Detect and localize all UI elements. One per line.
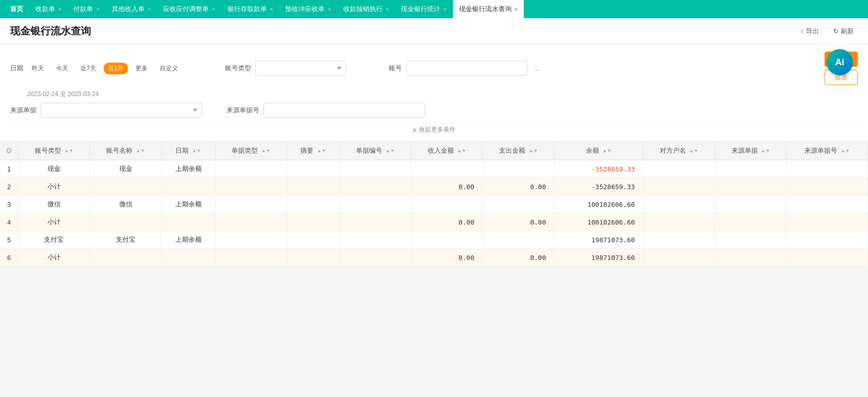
close-icon-payment[interactable]: ×: [96, 6, 99, 12]
account-type-label: 账号类型: [225, 64, 251, 73]
page-title: 现金银行流水查询: [10, 24, 91, 38]
source-doc-select[interactable]: [40, 103, 202, 118]
th-doc-type-label: 单据类型: [232, 147, 258, 154]
sort-arrows-doc-no[interactable]: ▲▼: [386, 149, 395, 153]
nav-item-receipt[interactable]: 收款单 ×: [29, 0, 67, 18]
cell-account-name: [90, 249, 162, 267]
nav-item-ar-ap-adjust[interactable]: 应收应付调整单 ×: [157, 0, 221, 18]
date-btn-yesterday[interactable]: 昨天: [27, 63, 49, 74]
date-btn-today[interactable]: 今天: [52, 63, 73, 74]
cell-income: 0.00: [411, 213, 483, 231]
collapse-bar[interactable]: ∧ 收起更多条件: [10, 123, 858, 136]
nav-item-payment[interactable]: 付款单 ×: [67, 0, 105, 18]
th-income-label: 收入金额: [428, 147, 454, 154]
sort-arrows-expense[interactable]: ▲▼: [529, 149, 538, 153]
source-doc-no-label: 来源单据号: [226, 106, 259, 115]
sort-arrows-source-doc-no[interactable]: ▲▼: [841, 149, 850, 153]
sort-arrows-summary[interactable]: ▲▼: [317, 149, 326, 153]
cell-balance: 19871073.60: [554, 231, 643, 249]
close-icon-cash-flow[interactable]: ×: [515, 6, 518, 12]
date-shortcuts: 昨天 今天 近7天 近1月 更多 自定义: [27, 63, 182, 74]
th-source-doc: 来源单据 ▲▼: [715, 142, 787, 160]
cell-source-doc: [715, 213, 787, 231]
date-btn-custom[interactable]: 自定义: [155, 63, 182, 74]
sort-arrows-source-doc[interactable]: ▲▼: [761, 149, 770, 153]
th-source-doc-no-label: 来源单据号: [804, 147, 837, 154]
cell-balance: -3528659.33: [554, 160, 643, 178]
cell-income: [411, 196, 483, 213]
cell-date: 上期余额: [161, 231, 215, 249]
account-type-filter-group: 账号类型: [225, 61, 346, 76]
cell-counterparty: [643, 231, 715, 249]
nav-item-other-income[interactable]: 其他收入单 ×: [106, 0, 157, 18]
source-doc-no-input[interactable]: [263, 103, 425, 118]
nav-item-cash-flow[interactable]: 现金银行流水查询 ×: [453, 0, 524, 18]
close-icon-receipt[interactable]: ×: [58, 6, 61, 12]
nav-item-cash-stat[interactable]: 现金银行统计 ×: [395, 0, 452, 18]
nav-label-advance-offset: 预收冲应收单: [285, 5, 325, 14]
date-btn-7days[interactable]: 近7天: [76, 63, 101, 74]
gear-icon[interactable]: ⚙: [6, 146, 12, 155]
sort-arrows-account-type[interactable]: ▲▼: [64, 149, 73, 153]
nav-item-writeoff[interactable]: 收款核销执行 ×: [337, 0, 395, 18]
th-source-doc-label: 来源单据: [732, 147, 758, 154]
cell-summary: [287, 231, 339, 249]
cell-doc-type: [215, 231, 287, 249]
nav-item-home[interactable]: 首页: [4, 0, 29, 18]
close-icon-writeoff[interactable]: ×: [386, 6, 389, 12]
export-button[interactable]: ↑ 导出: [797, 25, 824, 38]
th-summary: 摘要 ▲▼: [287, 142, 339, 160]
cell-index: 2: [0, 178, 18, 196]
date-filter-group: 日期 昨天 今天 近7天 近1月 更多 自定义: [10, 63, 182, 74]
filter-row-2: 来源单据 来源单据号: [10, 103, 858, 118]
cell-source-doc-no: [787, 196, 868, 213]
refresh-button[interactable]: ↻ 刷新: [829, 25, 858, 38]
source-doc-label: 来源单据: [10, 106, 36, 115]
table-settings-header[interactable]: ⚙: [0, 142, 18, 160]
export-label: 导出: [806, 27, 819, 36]
cell-doc-no: [339, 178, 411, 196]
cell-date: [161, 213, 215, 231]
cell-account-type: 微信: [18, 196, 90, 213]
cell-balance: 19871073.60: [554, 249, 643, 267]
nav-item-bank-deposit[interactable]: 银行存取款单 ×: [221, 0, 279, 18]
account-input[interactable]: [406, 61, 527, 76]
nav-label-other-income: 其他收入单: [112, 5, 145, 14]
sort-arrows-doc-type[interactable]: ▲▼: [261, 149, 270, 153]
close-icon-ar-ap-adjust[interactable]: ×: [212, 6, 215, 12]
sort-arrows-account-name[interactable]: ▲▼: [136, 149, 145, 153]
table-row: 2小计0.000.00-3528659.33: [0, 178, 868, 196]
th-income: 收入金额 ▲▼: [411, 142, 483, 160]
sort-arrows-income[interactable]: ▲▼: [457, 149, 466, 153]
cell-source-doc: [715, 196, 787, 213]
cell-doc-no: [339, 160, 411, 178]
cell-expense: [483, 160, 555, 178]
cell-doc-no: [339, 213, 411, 231]
sort-arrows-date[interactable]: ▲▼: [192, 149, 201, 153]
date-btn-1month[interactable]: 近1月: [104, 63, 128, 74]
nav-label-payment: 付款单: [73, 5, 93, 14]
date-btn-more[interactable]: 更多: [131, 63, 152, 74]
ai-assistant-button[interactable]: Ai: [827, 49, 853, 75]
account-dots[interactable]: ...: [531, 64, 542, 73]
close-icon-cash-stat[interactable]: ×: [443, 6, 446, 12]
sort-arrows-balance[interactable]: ▲▼: [603, 149, 612, 153]
th-date: 日期 ▲▼: [161, 142, 215, 160]
cell-doc-no: [339, 231, 411, 249]
cell-balance: 100102606.60: [554, 213, 643, 231]
cell-date: 上期余额: [161, 160, 215, 178]
cell-source-doc-no: [787, 160, 868, 178]
account-type-select[interactable]: [255, 61, 346, 76]
close-icon-bank-deposit[interactable]: ×: [270, 6, 273, 12]
nav-item-advance-offset[interactable]: 预收冲应收单 ×: [279, 0, 337, 18]
close-icon-advance-offset[interactable]: ×: [328, 6, 331, 12]
th-account-name: 账号名称 ▲▼: [90, 142, 162, 160]
sort-arrows-counterparty[interactable]: ▲▼: [690, 149, 699, 153]
cell-income: [411, 231, 483, 249]
close-icon-other-income[interactable]: ×: [148, 6, 151, 12]
th-expense-label: 支出金额: [499, 147, 525, 154]
cell-expense: 0.00: [483, 249, 555, 267]
cell-account-type: 小计: [18, 213, 90, 231]
cell-source-doc-no: [787, 249, 868, 267]
cell-account-type: 小计: [18, 178, 90, 196]
